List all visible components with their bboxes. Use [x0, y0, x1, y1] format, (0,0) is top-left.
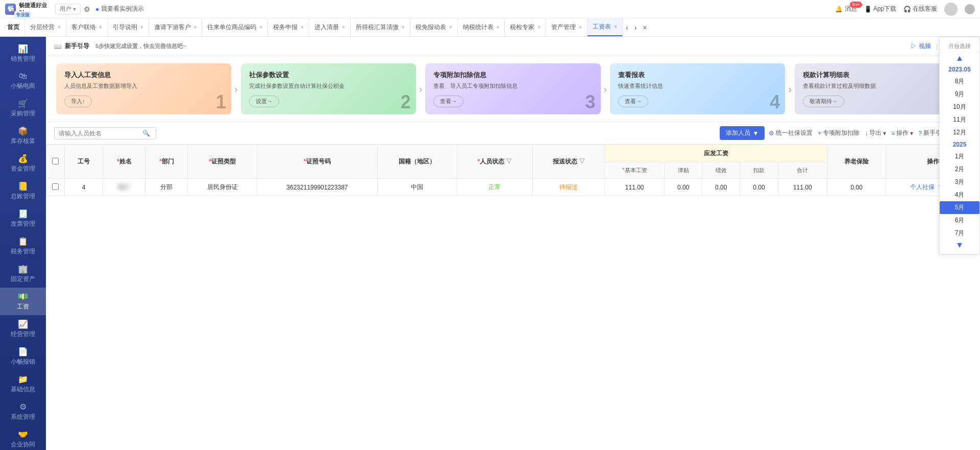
salary-table: 工号 *姓名 *部门 *证照类型 *证照号码 国籍（地区） *人员状态 ▽ 报送… — [46, 145, 980, 196]
step-4-button[interactable]: 查看→ — [618, 96, 648, 107]
sidebar-item-sales-report[interactable]: 📄 小畅报销 — [0, 343, 46, 370]
tab-asset-mgmt[interactable]: 资产管理 × — [546, 18, 587, 36]
sidebar-item-fixed-assets[interactable]: 🏢 固定资产 — [0, 260, 46, 288]
month-item-11[interactable]: 11月 — [940, 113, 979, 126]
notification-button[interactable]: 🔔 消息 99+ — [835, 5, 857, 13]
row-checkbox[interactable] — [52, 183, 59, 190]
sidebar-item-basic-info[interactable]: 📁 基础信息 — [0, 370, 46, 398]
app-logo: 畅 畅捷通好业财 专业版 — [5, 2, 51, 17]
sidebar-item-ledger[interactable]: 📒 总账管理 — [0, 177, 46, 205]
special-deduct-button[interactable]: + 专项附加扣除 — [818, 129, 860, 137]
sidebar-item-inventory[interactable]: 📦 库存核算 — [0, 122, 46, 150]
settings-icon[interactable]: ⚙ — [84, 5, 90, 13]
tab-tax-stat[interactable]: 纳税统计表 × — [458, 18, 505, 36]
month-item-10[interactable]: 10月 — [940, 101, 979, 113]
step-3-button[interactable]: 查看→ — [433, 96, 463, 107]
step-1-button[interactable]: 导入↑ — [64, 96, 92, 107]
tab-next-icon[interactable]: › — [631, 23, 640, 32]
close-icon[interactable]: × — [449, 25, 452, 30]
tab-goods-code[interactable]: 往来单位商品编码 × — [202, 18, 268, 36]
tab-tax-exempt[interactable]: 税免报动表 × — [410, 18, 458, 36]
tab-invite[interactable]: 邀请下游客户 × — [149, 18, 203, 36]
month-item-4[interactable]: 4月 — [940, 188, 979, 201]
month-item-9[interactable]: 9月 — [940, 88, 979, 101]
tab-close-all-icon[interactable]: × — [640, 23, 650, 32]
close-icon[interactable]: × — [140, 25, 143, 30]
close-icon[interactable]: × — [99, 25, 102, 30]
sidebar-item-finance[interactable]: 💰 资金管理 — [0, 150, 46, 177]
tab-prev-icon[interactable]: ‹ — [623, 23, 631, 32]
tab-tax-expert[interactable]: 税检专家 × — [505, 18, 546, 36]
step-5-button[interactable]: 敬请期待→ — [803, 96, 844, 107]
sidebar-item-salary[interactable]: 💵 工资 — [0, 288, 46, 315]
tab-label-home: 首页 — [7, 23, 19, 32]
unify-settings-button[interactable]: ⚙ 统一社保设置 — [769, 129, 813, 137]
online-service-button[interactable]: 🎧 在线客服 — [903, 5, 937, 13]
sidebar-item-enterprise[interactable]: 🤝 企业协同 — [0, 425, 46, 450]
close-icon[interactable]: × — [497, 25, 500, 30]
month-item-5[interactable]: 5月 — [940, 201, 979, 214]
close-icon[interactable]: × — [58, 25, 61, 30]
sidebar-item-operations[interactable]: 📈 经营管理 — [0, 315, 46, 343]
step-2-number: 2 — [401, 93, 411, 111]
add-person-button[interactable]: 添加人员 ▼ — [720, 126, 765, 140]
month-picker-panel: 月份选择 ▲ 2023.05 8月 9月 10月 11月 12月 2025 1月… — [939, 37, 980, 254]
tab-guide[interactable]: 引导说明 × — [108, 18, 149, 36]
sidebar-label-invoice: 发票管理 — [11, 220, 35, 228]
sidebar-label-inventory: 库存核算 — [11, 137, 35, 146]
sidebar-item-invoice[interactable]: 🧾 发票管理 — [0, 205, 46, 232]
close-icon[interactable]: × — [301, 25, 304, 30]
month-nav-down-button[interactable]: ▼ — [940, 240, 979, 251]
close-icon[interactable]: × — [342, 25, 345, 30]
search-input-wrapper[interactable]: 🔍 — [54, 127, 156, 139]
tab-salary[interactable]: 工资表 × — [587, 18, 623, 36]
tab-label-invite: 邀请下游客户 — [154, 23, 191, 32]
tab-split-mgmt[interactable]: 分层经营 × — [25, 18, 66, 36]
year-label: 2023.05 — [948, 64, 970, 75]
nationality-header: 国籍（地区） — [377, 145, 457, 179]
tab-home[interactable]: 首页 — [2, 18, 25, 36]
tab-label-split-mgmt: 分层经营 — [30, 23, 55, 32]
sidebar-item-tax[interactable]: 📋 税务管理 — [0, 232, 46, 260]
sidebar-item-ecommerce[interactable]: 🛍 小畅电商 — [0, 67, 46, 94]
close-icon[interactable]: × — [402, 25, 405, 30]
sidebar-item-sys-mgmt[interactable]: ⚙ 系统管理 — [0, 398, 46, 425]
close-icon[interactable]: × — [614, 24, 617, 30]
sidebar-item-sales[interactable]: 📊 销售管理 — [0, 40, 46, 67]
user-avatar[interactable] — [944, 3, 958, 16]
pension-header: 养老保险 — [827, 145, 886, 179]
close-icon[interactable]: × — [579, 25, 582, 30]
close-icon[interactable]: × — [537, 25, 541, 30]
month-item-3[interactable]: 3月 — [940, 176, 979, 188]
user-extra-icon[interactable] — [965, 4, 975, 14]
tab-clearbook[interactable]: 进入清册 × — [309, 18, 351, 36]
search-input[interactable] — [59, 130, 140, 137]
step-2-button[interactable]: 设置→ — [249, 96, 279, 107]
app-download-button[interactable]: 📱 App下载 — [864, 5, 896, 13]
month-item-1[interactable]: 1月 — [940, 150, 979, 163]
sidebar-label-sales-report: 小畅报销 — [11, 358, 35, 366]
sidebar-label-ecommerce: 小畅电商 — [11, 82, 35, 90]
tab-customer[interactable]: 客户联络 × — [66, 18, 108, 36]
tab-tax-calc[interactable]: 所得税汇算清缴 × — [351, 18, 410, 36]
sidebar-item-purchase[interactable]: 🛒 采购管理 — [0, 94, 46, 122]
month-nav-up-button[interactable]: ▲ — [940, 53, 979, 64]
export-button[interactable]: ↓ 导出 ▾ — [865, 129, 886, 137]
select-all-checkbox[interactable] — [52, 158, 59, 164]
row-checkbox-cell[interactable] — [46, 179, 65, 196]
close-icon[interactable]: × — [194, 25, 197, 30]
month-item-7[interactable]: 7月 — [940, 227, 979, 240]
month-item-6[interactable]: 6月 — [940, 214, 979, 227]
month-item-12[interactable]: 12月 — [940, 126, 979, 139]
demo-link[interactable]: ● 我要看实例演示 — [95, 5, 144, 13]
video-link[interactable]: ▷ 视频 — [911, 42, 930, 51]
personal-insurance-link[interactable]: 个人社保 — [910, 183, 935, 191]
step-1-title: 导入人工资信息 — [64, 70, 223, 80]
tab-tax-report[interactable]: 税务申报 × — [268, 18, 309, 36]
month-item-2[interactable]: 2月 — [940, 163, 979, 176]
month-item-8[interactable]: 8月 — [940, 75, 979, 88]
user-switcher[interactable]: 用户 ▾ — [55, 4, 81, 14]
step-1-desc: 人员信息及工资数据新增导入 — [64, 82, 223, 91]
operations-button[interactable]: ≡ 操作 ▾ — [891, 129, 913, 137]
close-icon[interactable]: × — [259, 25, 262, 30]
